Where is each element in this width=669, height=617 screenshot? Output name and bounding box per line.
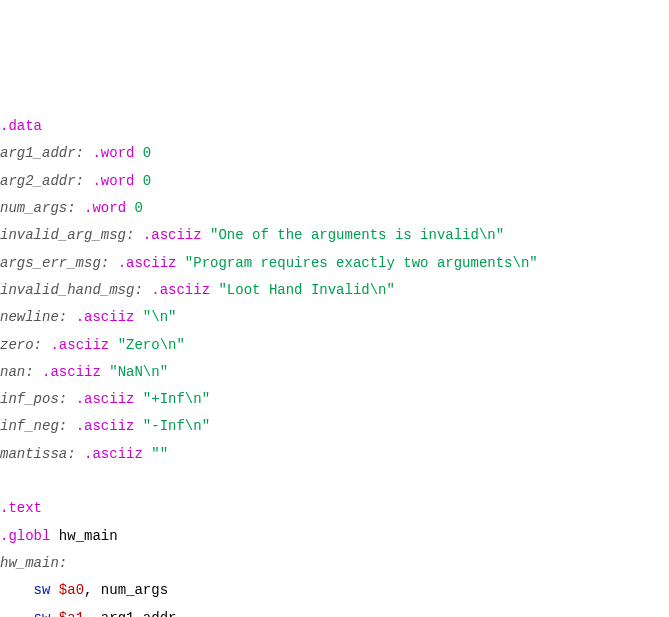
code-line: inf_neg: .asciiz "-Inf\n"	[0, 413, 669, 440]
code-token: .	[76, 391, 84, 407]
code-token: sw	[34, 582, 51, 598]
code-token	[76, 446, 84, 462]
code-token: asciiz	[126, 255, 176, 271]
code-token	[109, 337, 117, 353]
code-line: .data	[0, 113, 669, 140]
code-token: sw	[34, 610, 51, 617]
code-line: newline: .asciiz "\n"	[0, 304, 669, 331]
code-token: text	[8, 500, 42, 516]
code-line: .globl hw_main	[0, 523, 669, 550]
code-token	[176, 255, 184, 271]
code-token	[67, 309, 75, 325]
code-token	[134, 391, 142, 407]
code-token	[0, 473, 8, 489]
code-token: "+Inf\n"	[143, 391, 210, 407]
code-token: ""	[151, 446, 168, 462]
code-token: inf_pos:	[0, 391, 67, 407]
code-token: .	[92, 145, 100, 161]
code-token: "-Inf\n"	[143, 418, 210, 434]
code-token: .	[76, 309, 84, 325]
code-token: asciiz	[50, 364, 100, 380]
code-token: .	[76, 418, 84, 434]
code-token: arg2_addr:	[0, 173, 84, 189]
code-token	[50, 528, 58, 544]
code-token	[143, 282, 151, 298]
code-token: asciiz	[84, 309, 134, 325]
code-token	[76, 200, 84, 216]
code-token	[134, 173, 142, 189]
code-token: word	[101, 173, 135, 189]
code-line: zero: .asciiz "Zero\n"	[0, 332, 669, 359]
code-token: .	[118, 255, 126, 271]
code-token: invalid_hand_msg:	[0, 282, 143, 298]
code-token: "NaN\n"	[109, 364, 168, 380]
code-token	[50, 582, 58, 598]
code-token: , arg1_addr	[84, 610, 176, 617]
code-token: hw_main	[59, 528, 118, 544]
code-line: mantissa: .asciiz ""	[0, 441, 669, 468]
code-token: globl	[8, 528, 50, 544]
code-token: num_args:	[0, 200, 76, 216]
code-token	[134, 309, 142, 325]
code-token: asciiz	[84, 391, 134, 407]
code-token: .	[151, 282, 159, 298]
code-token: "Loot Hand Invalid\n"	[218, 282, 394, 298]
code-line: sw $a0, num_args	[0, 577, 669, 604]
code-token	[134, 145, 142, 161]
code-line: invalid_hand_msg: .asciiz "Loot Hand Inv…	[0, 277, 669, 304]
code-token: asciiz	[92, 446, 142, 462]
code-token	[0, 582, 34, 598]
code-line: arg2_addr: .word 0	[0, 168, 669, 195]
code-token: newline:	[0, 309, 67, 325]
code-token: nan:	[0, 364, 34, 380]
code-token: 0	[134, 200, 142, 216]
code-token	[0, 610, 34, 617]
code-line	[0, 468, 669, 495]
code-token: asciiz	[151, 227, 201, 243]
code-line: arg1_addr: .word 0	[0, 140, 669, 167]
code-token: "Zero\n"	[118, 337, 185, 353]
code-token: word	[92, 200, 126, 216]
code-token: inf_neg:	[0, 418, 67, 434]
code-token	[101, 364, 109, 380]
code-token: "Program requires exactly two arguments\…	[185, 255, 538, 271]
code-token: asciiz	[84, 418, 134, 434]
code-line: .text	[0, 495, 669, 522]
code-token: invalid_arg_msg:	[0, 227, 134, 243]
code-token: arg1_addr:	[0, 145, 84, 161]
code-line: sw $a1, arg1_addr	[0, 605, 669, 617]
code-token: "One of the arguments is invalid\n"	[210, 227, 504, 243]
code-token: mantissa:	[0, 446, 76, 462]
code-token	[202, 227, 210, 243]
code-token	[67, 418, 75, 434]
code-token	[67, 391, 75, 407]
code-token	[50, 610, 58, 617]
code-line: args_err_msg: .asciiz "Program requires …	[0, 250, 669, 277]
code-token: zero:	[0, 337, 42, 353]
code-token: 0	[143, 145, 151, 161]
code-line: num_args: .word 0	[0, 195, 669, 222]
code-token: , num_args	[84, 582, 168, 598]
code-token	[134, 418, 142, 434]
code-line: nan: .asciiz "NaN\n"	[0, 359, 669, 386]
code-token: asciiz	[59, 337, 109, 353]
code-line: hw_main:	[0, 550, 669, 577]
code-block: .dataarg1_addr: .word 0arg2_addr: .word …	[0, 113, 669, 617]
code-token: "\n"	[143, 309, 177, 325]
code-token: data	[8, 118, 42, 134]
code-token: $a1	[59, 610, 84, 617]
code-token	[34, 364, 42, 380]
code-token: hw_main:	[0, 555, 67, 571]
code-token: asciiz	[160, 282, 210, 298]
code-token: $a0	[59, 582, 84, 598]
code-token: 0	[143, 173, 151, 189]
code-token	[143, 446, 151, 462]
code-token: .	[92, 173, 100, 189]
code-token: .	[143, 227, 151, 243]
code-line: inf_pos: .asciiz "+Inf\n"	[0, 386, 669, 413]
code-token: args_err_msg:	[0, 255, 109, 271]
code-token	[109, 255, 117, 271]
code-token: .	[50, 337, 58, 353]
code-token	[134, 227, 142, 243]
code-line: invalid_arg_msg: .asciiz "One of the arg…	[0, 222, 669, 249]
